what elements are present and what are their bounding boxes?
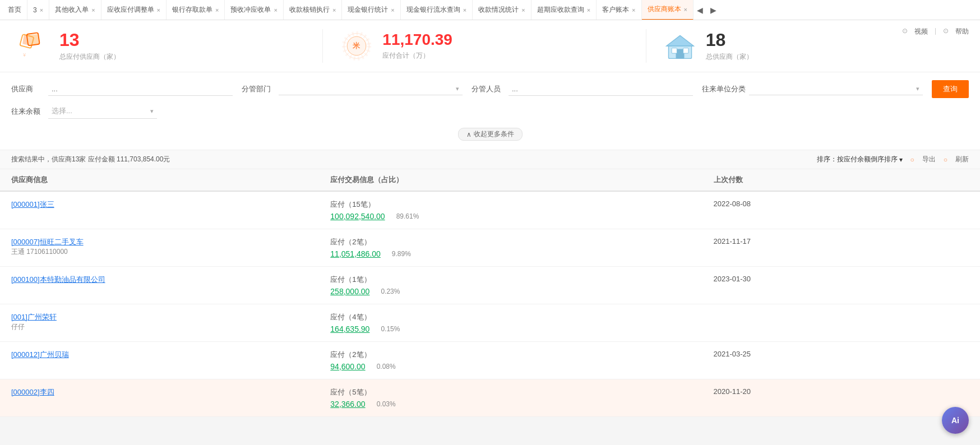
trans-pct-3: 0.23% (381, 288, 400, 295)
trans-amount-2[interactable]: 11,051,486.00 (330, 249, 381, 258)
nav-cash-bank-stat-close[interactable]: × (391, 7, 394, 13)
nav-tab-3-close[interactable]: × (40, 7, 43, 13)
trans-amount-3[interactable]: 258,000.00 (330, 287, 369, 296)
supplier-sub-4: 仔仔 (11, 323, 25, 331)
transaction-col-5: 应付（2笔） 94,600.00 0.08% (330, 350, 713, 371)
page-wrapper: 首页 3 × 其他收入单 × 应收应付调整单 × 银行存取款单 × 预收冲应收单… (0, 0, 980, 445)
payable-suppliers-text: 13 总应付供应商（家） (59, 30, 120, 62)
results-bar: 搜索结果中，供应商13家 应付金额 111,703,854.00元 排序：按应付… (0, 150, 980, 169)
nav-tab-prepay-ar[interactable]: 预收冲应收单 × (225, 0, 283, 20)
person-input[interactable] (509, 82, 693, 96)
table-row: [000007]恒旺二手叉车 王通 17106110000 应付（2笔） 11,… (0, 229, 980, 267)
category-label: 往来单位分类 (702, 84, 746, 94)
filter-area: 供应商 分管部门 ▾ 分管人员 往来单位分类 ▾ (0, 72, 980, 150)
collapse-button[interactable]: ∧ 收起更多条件 (458, 128, 523, 141)
category-select[interactable]: ▾ (749, 83, 923, 95)
nav-tab-receipt-stat[interactable]: 收款情况统计 × (473, 0, 531, 20)
trans-label-4: 应付（4笔） (330, 312, 713, 322)
trans-amount-4[interactable]: 164,635.90 (330, 325, 369, 333)
trans-pct-5: 0.08% (377, 363, 396, 370)
transaction-col-4: 应付（4笔） 164,635.90 0.15% (330, 312, 713, 333)
nav-bank-deposit-label: 银行存取款单 (172, 5, 212, 15)
help-link[interactable]: 帮助 (955, 27, 969, 36)
nav-prev-arrow[interactable]: ◀ (694, 0, 707, 20)
nav-tab-ar-ap-adjust[interactable]: 应收应付调整单 × (101, 0, 167, 20)
supplier-col-2: [000007]恒旺二手叉车 王通 17106110000 (11, 237, 330, 257)
svg-rect-12 (672, 48, 677, 53)
lastpay-date-6: 2020-11-20 (714, 387, 751, 396)
nav-tab-receipt-verify[interactable]: 收款核销执行 × (284, 0, 342, 20)
supplier-col-1: [000001]张三 (11, 200, 330, 210)
supplier-col-6: [000002]李四 (11, 387, 330, 397)
nav-customer-ledger-close[interactable]: × (632, 7, 635, 13)
supplier-link-3[interactable]: [000100]本特勤油品有限公司 (11, 275, 330, 285)
nav-prepay-ar-close[interactable]: × (274, 7, 277, 13)
payable-total-label: 应付合计（万） (382, 51, 452, 61)
trans-amount-1[interactable]: 100,092,540.00 (330, 212, 385, 221)
supplier-input[interactable] (48, 82, 233, 96)
trans-label-1: 应付（15笔） (330, 200, 713, 210)
nav-receipt-verify-label: 收款核销执行 (289, 5, 330, 15)
nav-receipt-stat-close[interactable]: × (521, 7, 525, 13)
refresh-icon: ○ (944, 156, 947, 164)
svg-text:米: 米 (352, 41, 360, 50)
results-actions: 排序：按应付余额倒序排序 ▾ ○ 导出 ○ 刷新 (817, 155, 969, 164)
nav-tab-home[interactable]: 首页 (2, 0, 27, 20)
filter-balance: 往来余额 选择... ▾ (11, 104, 157, 119)
nav-tab-bank-deposit[interactable]: 银行存取款单 × (167, 0, 225, 20)
video-link[interactable]: 视频 (914, 27, 928, 36)
export-button[interactable]: 导出 (922, 155, 936, 164)
nav-supplier-ledger-close[interactable]: × (684, 6, 687, 13)
nav-tab-other-income[interactable]: 其他收入单 × (49, 0, 101, 20)
supplier-link-1[interactable]: [000001]张三 (11, 200, 330, 210)
supplier-link-6[interactable]: [000002]李四 (11, 387, 330, 397)
search-button[interactable]: 查询 (932, 80, 969, 98)
transaction-col-1: 应付（15笔） 100,092,540.00 89.61% (330, 200, 713, 221)
lastpay-date-1: 2022-08-08 (714, 200, 751, 208)
total-suppliers-label: 总供应商（家） (706, 52, 753, 62)
refresh-button[interactable]: 刷新 (955, 155, 969, 164)
nav-tab-overdue-ar[interactable]: 超期应收款查询 × (531, 0, 597, 20)
nav-next-arrow[interactable]: ▶ (707, 0, 720, 20)
table-row: [000001]张三 应付（15笔） 100,092,540.00 89.61%… (0, 192, 980, 229)
supplier-link-4[interactable]: [001]广州荣轩 (11, 312, 330, 322)
nav-bank-deposit-close[interactable]: × (215, 7, 219, 13)
nav-overdue-ar-label: 超期应收款查询 (537, 5, 584, 15)
nav-tab-supplier-ledger[interactable]: 供应商账本 × (642, 0, 694, 20)
nav-tab-cash-bank-flow[interactable]: 现金银行流水查询 × (401, 0, 473, 20)
lastpay-col-5: 2021-03-25 (714, 350, 969, 358)
balance-label: 往来余额 (11, 106, 45, 117)
lastpay-col-1: 2022-08-08 (714, 200, 969, 208)
supplier-link-5[interactable]: [000012]广州贝瑞 (11, 350, 330, 360)
supplier-link-2[interactable]: [000007]恒旺二手叉车 (11, 237, 330, 247)
table-row: [000100]本特勤油品有限公司 应付（1笔） 258,000.00 0.23… (0, 267, 980, 304)
col-header-lastpay: 上次付数 (714, 175, 969, 185)
nav-other-income-close[interactable]: × (91, 7, 95, 13)
nav-tab-customer-ledger[interactable]: 客户账本 × (597, 0, 641, 20)
trans-amount-5[interactable]: 94,600.00 (330, 362, 365, 371)
payable-suppliers-number: 13 (59, 30, 120, 50)
nav-tab-cash-bank-stat[interactable]: 现金银行统计 × (342, 0, 400, 20)
nav-other-income-label: 其他收入单 (55, 5, 89, 15)
nav-customer-ledger-label: 客户账本 (602, 5, 629, 15)
collapse-label: 收起更多条件 (474, 129, 514, 139)
nav-ar-ap-close[interactable]: × (157, 7, 160, 13)
data-table: 供应商信息 应付交易信息（占比） 上次付数 [000001]张三 应付（15笔）… (0, 169, 980, 417)
ai-button[interactable]: Ai (942, 407, 969, 434)
col-header-supplier: 供应商信息 (11, 175, 330, 185)
dept-select[interactable]: ▾ (279, 83, 463, 95)
trans-amount-6[interactable]: 32,366.00 (330, 400, 365, 409)
nav-overdue-ar-close[interactable]: × (587, 7, 590, 13)
table-header: 供应商信息 应付交易信息（占比） 上次付数 (0, 169, 980, 192)
balance-select[interactable]: 选择... ▾ (48, 104, 157, 119)
supplier-sub-2: 王通 17106110000 (11, 248, 68, 256)
top-nav: 首页 3 × 其他收入单 × 应收应付调整单 × 银行存取款单 × 预收冲应收单… (0, 0, 980, 20)
trans-pct-6: 0.03% (377, 400, 396, 408)
summary-actions: ⊙ 视频 | ⊙ 帮助 (902, 27, 969, 36)
nav-cash-bank-flow-close[interactable]: × (463, 7, 466, 13)
nav-tab-3[interactable]: 3 × (27, 0, 49, 20)
sort-select[interactable]: 排序：按应付余额倒序排序 ▾ (817, 155, 903, 164)
nav-receipt-verify-close[interactable]: × (332, 7, 336, 13)
dept-label: 分管部门 (242, 84, 275, 94)
summary-bar: ¥ 13 总应付供应商（家） 米 (0, 20, 980, 72)
